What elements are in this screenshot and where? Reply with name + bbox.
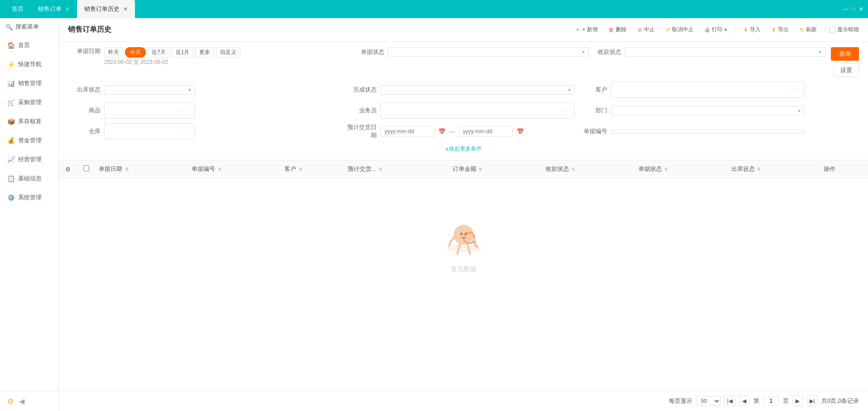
date-more-btn[interactable]: 更多 bbox=[195, 47, 214, 58]
th-receipt-status[interactable]: 收款状态 ⇅ bbox=[542, 160, 635, 178]
out-status-group: 出库状态 ▾ bbox=[68, 85, 344, 95]
bill-status-select[interactable]: ▾ bbox=[388, 47, 589, 57]
cancel-stop-button[interactable]: ↺ 取消中止 bbox=[661, 24, 698, 36]
goods-input[interactable]: ··· bbox=[104, 102, 195, 119]
calendar-from-icon[interactable]: 📅 bbox=[438, 128, 446, 135]
receipt-status-select[interactable]: ▾ bbox=[625, 47, 825, 57]
calendar-to-icon[interactable]: 📅 bbox=[517, 128, 524, 135]
filter-row-4: 仓库 ··· 预计交货日期 📅 — 📅 bbox=[68, 123, 859, 140]
close-btn[interactable]: ✕ bbox=[859, 6, 863, 12]
bill-no-label: 单据编号 bbox=[575, 127, 611, 135]
sidebar-item-basic[interactable]: 📋 基础信息 bbox=[0, 169, 58, 188]
bill-no-input[interactable] bbox=[611, 129, 805, 134]
date-custom-btn[interactable]: 自定义 bbox=[216, 47, 240, 58]
maximize-btn[interactable]: □ bbox=[852, 6, 855, 12]
sidebar-item-finance[interactable]: 💰 资金管理 bbox=[0, 131, 58, 150]
goods-group: 商品 ··· bbox=[68, 102, 344, 119]
search-menu-row[interactable]: 🔍 搜索菜单 bbox=[0, 18, 58, 36]
search-icon: 🔍 bbox=[5, 24, 13, 30]
bill-status-label: 单据状态 bbox=[352, 48, 388, 56]
warehouse-dots[interactable]: ··· bbox=[177, 126, 191, 137]
customer-input[interactable]: ··· bbox=[611, 82, 805, 98]
th-customer[interactable]: 客户 ⇅ bbox=[281, 160, 344, 178]
th-expected-date[interactable]: 预计交货... ⇅ bbox=[344, 160, 449, 178]
settings-bottom-icon[interactable]: ⚙ bbox=[7, 397, 14, 406]
date-from-input[interactable] bbox=[380, 126, 435, 137]
prev-page-btn[interactable]: ◀ bbox=[739, 396, 750, 406]
dept-select[interactable]: ▾ bbox=[611, 106, 805, 116]
date-to-input[interactable] bbox=[459, 126, 513, 137]
finance-icon: 💰 bbox=[7, 137, 14, 144]
sidebar-item-operation[interactable]: 📈 经营管理 bbox=[0, 150, 58, 169]
import-button[interactable]: ⬇ 导入 bbox=[739, 24, 765, 36]
th-operation: 操作 bbox=[820, 160, 868, 178]
collapse-sidebar-icon[interactable]: ◀ bbox=[19, 397, 24, 406]
page-input[interactable] bbox=[763, 396, 779, 406]
per-page-select[interactable]: 50 100 200 bbox=[696, 396, 721, 406]
table-footer: 每页显示 50 100 200 |◀ ◀ 第 页 ▶ ▶| 共0页,0条记录 bbox=[59, 391, 868, 411]
sort-arrows-date: ⇅ bbox=[125, 167, 129, 172]
display-cols-button[interactable]: 显示暗细 bbox=[829, 26, 859, 34]
date-today-btn[interactable]: 今天 bbox=[125, 47, 146, 58]
first-page-btn[interactable]: |◀ bbox=[724, 396, 735, 406]
settings-button[interactable]: 设置 bbox=[834, 63, 859, 77]
system-icon: ⚙️ bbox=[7, 194, 14, 201]
basic-icon: 📋 bbox=[7, 175, 14, 182]
select-all-checkbox[interactable] bbox=[83, 165, 89, 171]
warehouse-input[interactable]: ··· bbox=[104, 123, 195, 140]
th-out-status[interactable]: 出库状态 ⇅ bbox=[728, 160, 820, 178]
th-gear[interactable]: ⚙ bbox=[59, 160, 77, 178]
goods-dots[interactable]: ··· bbox=[177, 105, 191, 116]
th-date[interactable]: 单据日期 ⇅ bbox=[95, 160, 188, 178]
out-status-select[interactable]: ▾ bbox=[104, 85, 195, 95]
stop-button[interactable]: ⊘ 中止 bbox=[633, 24, 659, 36]
stop-icon: ⊘ bbox=[638, 27, 642, 33]
tab-home[interactable]: 首页 bbox=[5, 0, 31, 18]
filter-row-2: 出库状态 ▾ 完成状态 ▾ 客户 bbox=[68, 82, 859, 98]
salesman-dots[interactable]: ··· bbox=[557, 105, 570, 116]
last-page-btn[interactable]: ▶| bbox=[807, 396, 818, 406]
salesman-input[interactable]: ··· bbox=[380, 102, 574, 119]
sidebar-item-quick-nav[interactable]: ⚡ 快捷导航 bbox=[0, 55, 58, 74]
minimize-btn[interactable]: — bbox=[843, 6, 849, 12]
new-button[interactable]: ＋ + 新增 bbox=[571, 24, 602, 36]
tab-sales-order[interactable]: 销售订单 ✕ bbox=[31, 0, 77, 18]
customer-group: 客户 ··· bbox=[575, 82, 805, 98]
display-cols-checkbox[interactable] bbox=[829, 27, 835, 33]
query-button[interactable]: 查询 bbox=[831, 47, 859, 61]
quick-nav-icon: ⚡ bbox=[7, 61, 14, 68]
next-page-btn[interactable]: ▶ bbox=[792, 396, 803, 406]
date-yesterday-btn[interactable]: 昨天 bbox=[104, 47, 123, 58]
th-no[interactable]: 单据编号 ⇅ bbox=[188, 160, 281, 178]
export-button[interactable]: ⬆ 导出 bbox=[767, 24, 793, 36]
customer-dots[interactable]: ··· bbox=[787, 84, 801, 96]
sidebar-item-system[interactable]: ⚙️ 系统管理 bbox=[0, 188, 58, 207]
salesman-label: 业务员 bbox=[344, 106, 380, 115]
content-area: 销售订单历史 ＋ + 新增 🗑 删除 ⊘ 中止 ↺ 取消中止 bbox=[59, 18, 868, 411]
sort-arrows-receipt: ⇅ bbox=[571, 167, 575, 172]
warehouse-label: 仓库 bbox=[68, 127, 104, 135]
date-7days-btn[interactable]: 近7天 bbox=[148, 47, 170, 58]
sales-icon: 📊 bbox=[7, 80, 14, 87]
refresh-icon: ↻ bbox=[800, 27, 804, 33]
close-history-tab[interactable]: ✕ bbox=[123, 6, 128, 12]
th-check[interactable] bbox=[77, 160, 95, 178]
close-sales-order-tab[interactable]: ✕ bbox=[65, 6, 70, 12]
date-filter-group: 单据日期 昨天 今天 近7天 近1月 更多 自定义 2023-06-02 至 2… bbox=[68, 47, 352, 66]
refresh-button[interactable]: ↻ 刷新 bbox=[795, 24, 821, 36]
th-bill-status[interactable]: 单据状态 ⇅ bbox=[635, 160, 728, 178]
date-1month-btn[interactable]: 近1月 bbox=[172, 47, 194, 58]
sidebar-item-purchase[interactable]: 🛒 采购管理 bbox=[0, 93, 58, 112]
toolbar-divider2 bbox=[825, 26, 825, 34]
delete-button[interactable]: 🗑 删除 bbox=[604, 24, 631, 36]
collapse-bar[interactable]: ∧ 收起更多条件 bbox=[68, 143, 859, 155]
sort-arrows-no: ⇅ bbox=[218, 167, 221, 172]
sidebar-item-sales[interactable]: 📊 销售管理 bbox=[0, 74, 58, 93]
tab-sales-order-history[interactable]: 销售订单历史 ✕ bbox=[77, 0, 135, 18]
table-wrapper: ⚙ 单据日期 ⇅ 单据编号 ⇅ 客户 bbox=[59, 160, 868, 391]
sidebar-item-inventory[interactable]: 📦 库存核算 bbox=[0, 112, 58, 131]
th-amount[interactable]: 订单金额 ⇅ bbox=[449, 160, 542, 178]
print-button[interactable]: 🖨 打印 ▾ bbox=[700, 24, 731, 36]
complete-status-select[interactable]: ▾ bbox=[380, 85, 574, 95]
sidebar-item-home[interactable]: 🏠 首页 bbox=[0, 36, 58, 55]
